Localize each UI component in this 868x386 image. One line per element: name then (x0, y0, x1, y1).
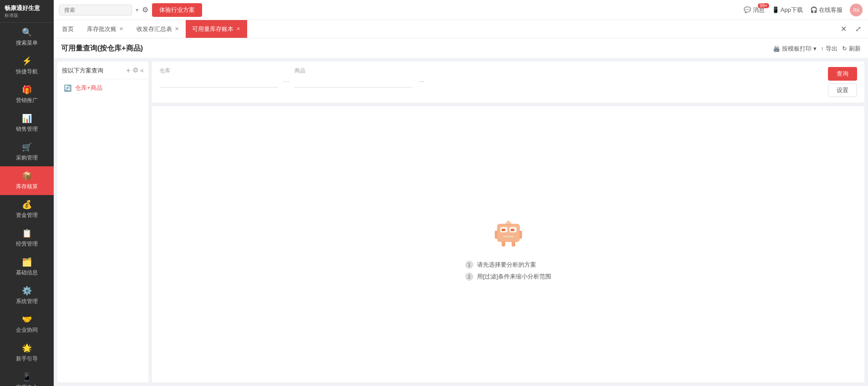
close-tab-button[interactable]: ✕ (837, 23, 850, 36)
basic-icon: 🗂️ (22, 257, 32, 267)
svg-rect-6 (495, 231, 497, 239)
phone-icon: 📱 (772, 6, 779, 13)
print-button[interactable]: 🖨️ 按模板打印 ▾ (773, 45, 817, 53)
content-body: 按以下方案查询 + ⚙ « 🔄 仓库+商品 仓库 (57, 62, 864, 382)
svg-rect-3 (502, 229, 505, 231)
tabs-actions: ✕ ⤢ (837, 23, 868, 36)
tip-text-1: 请先选择要分析的方案 (477, 261, 536, 269)
export-button[interactable]: ↑ 导出 (821, 45, 838, 53)
maximize-tab-button[interactable]: ⤢ (852, 23, 864, 36)
sidebar-label-finance: 资金管理 (16, 211, 38, 219)
close-tab-inventory-batch-icon[interactable]: ✕ (119, 26, 123, 32)
warehouse-filter: 仓库 (159, 67, 278, 87)
scheme-label-warehouse-goods: 仓库+商品 (75, 84, 102, 92)
print-icon: 🖨️ (773, 45, 780, 52)
tab-home[interactable]: 首页 (56, 20, 81, 38)
sidebar-item-finance[interactable]: 💰 资金管理 (0, 195, 54, 224)
warehouse-input[interactable] (159, 77, 278, 87)
scheme-item-warehouse-goods[interactable]: 🔄 仓库+商品 (57, 79, 148, 97)
tab-inventory-batch[interactable]: 库存批次账✕ (81, 20, 130, 38)
refresh-icon: ↻ (842, 45, 847, 52)
svg-rect-9 (512, 241, 515, 247)
sidebar-item-system[interactable]: ⚙️ 系统管理 (0, 281, 54, 310)
inventory-icon: 📦 (22, 171, 32, 181)
sidebar-item-purchase[interactable]: 🛒 采购管理 (0, 138, 54, 166)
empty-tips: 1 请先选择要分析的方案 2 用[过滤]条件来缩小分析范围 (465, 261, 551, 281)
svg-point-11 (507, 220, 510, 223)
add-scheme-button[interactable]: + (126, 66, 131, 75)
shortcut-icon: ⚡ (22, 56, 32, 66)
tab-collect-summary[interactable]: 收发存汇总表✕ (130, 20, 186, 38)
sidebar-label-system: 系统管理 (16, 298, 38, 305)
main-area: ▾ ⚙ 体验行业方案 💬 消息 99+ 📱 App下载 🎧 在线客服 Rit 首… (54, 0, 868, 386)
search-input[interactable] (59, 5, 132, 15)
sidebar-label-inventory: 库存核算 (16, 183, 38, 190)
notifications-badge: 99+ (758, 3, 769, 8)
onboarding-icon: 🌟 (22, 343, 32, 353)
export-icon: ↑ (821, 45, 824, 52)
operations-icon: 📋 (22, 228, 32, 238)
page-content: 可用量查询(按仓库+商品) 🖨️ 按模板打印 ▾ ↑ 导出 ↻ 刷新 (54, 38, 868, 386)
sidebar-item-onboarding[interactable]: 🌟 新手引导 (0, 339, 54, 367)
tab-label-inventory-batch: 库存批次账 (87, 25, 117, 33)
tab-available-stock[interactable]: 可用量库存账本✕ (186, 20, 247, 38)
sidebar-label-shortcut: 快捷导航 (16, 68, 38, 76)
tab-label-available-stock: 可用量库存账本 (192, 25, 233, 33)
config-scheme-button[interactable]: ⚙ (132, 66, 138, 75)
industry-button[interactable]: 体验行业方案 (152, 3, 202, 17)
sidebar-item-sales[interactable]: 📊 销售管理 (0, 109, 54, 138)
empty-illustration (486, 208, 531, 253)
svg-rect-5 (503, 236, 514, 237)
goods-input[interactable] (294, 77, 413, 87)
system-icon: ⚙️ (22, 286, 32, 296)
refresh-button[interactable]: ↻ 刷新 (842, 45, 861, 53)
right-panel: 仓库 ··· 商品 ··· 查询 设置 (152, 62, 864, 382)
scheme-panel-title: 按以下方案查询 (62, 67, 103, 75)
sidebar-item-operations[interactable]: 📋 经营管理 (0, 224, 54, 252)
svg-rect-0 (497, 224, 520, 242)
svg-rect-7 (519, 231, 522, 239)
page-header-actions: 🖨️ 按模板打印 ▾ ↑ 导出 ↻ 刷新 (773, 45, 861, 53)
sidebar-item-marketing-promo[interactable]: 🎁 营销推广 (0, 80, 54, 109)
sidebar-item-apps[interactable]: 📱 应用中心 (0, 367, 54, 386)
app-download-button[interactable]: 📱 App下载 (772, 6, 803, 14)
sidebar-label-operations: 经营管理 (16, 240, 38, 248)
dropdown-chevron-icon[interactable]: ▾ (136, 7, 138, 13)
goods-more-icon[interactable]: ··· (418, 77, 424, 87)
sidebar-item-cooperation[interactable]: 🤝 企业协同 (0, 310, 54, 339)
collapse-scheme-button[interactable]: « (140, 66, 144, 75)
app-name: 畅康通好生意 (5, 5, 49, 12)
search-icon: 🔍 (22, 27, 32, 37)
settings-icon[interactable]: ⚙ (142, 5, 148, 14)
sidebar-item-basic[interactable]: 🗂️ 基础信息 (0, 252, 54, 281)
app-version: 标准版 (5, 12, 49, 19)
empty-tip-1: 1 请先选择要分析的方案 (465, 261, 551, 269)
sidebar-item-search[interactable]: 🔍 搜索菜单 (0, 23, 54, 51)
notifications-button[interactable]: 💬 消息 99+ (744, 6, 765, 14)
warehouse-more-icon[interactable]: ··· (283, 77, 289, 87)
sidebar-item-shortcut[interactable]: ⚡ 快捷导航 (0, 51, 54, 80)
warehouse-label: 仓库 (159, 67, 278, 75)
goods-label: 商品 (294, 67, 413, 75)
sidebar-label-sales: 销售管理 (16, 125, 38, 133)
finance-icon: 💰 (22, 200, 32, 210)
sidebar-label-cooperation: 企业协同 (16, 326, 38, 334)
sidebar-label-onboarding: 新手引导 (16, 355, 38, 363)
filter-settings-button[interactable]: 设置 (828, 83, 857, 97)
customer-service-button[interactable]: 🎧 在线客服 (810, 6, 843, 14)
tip-text-2: 用[过滤]条件来缩小分析范围 (477, 273, 551, 281)
close-tab-available-stock-icon[interactable]: ✕ (236, 26, 240, 32)
query-button[interactable]: 查询 (828, 67, 857, 81)
sidebar-item-inventory[interactable]: 📦 库存核算 (0, 166, 54, 195)
avatar[interactable]: Rit (850, 4, 863, 16)
cooperation-icon: 🤝 (22, 314, 32, 324)
purchase-icon: 🛒 (22, 142, 32, 152)
empty-tip-2: 2 用[过滤]条件来缩小分析范围 (465, 273, 551, 281)
page-title: 可用量查询(按仓库+商品) (61, 44, 143, 53)
page-header: 可用量查询(按仓库+商品) 🖨️ 按模板打印 ▾ ↑ 导出 ↻ 刷新 (54, 38, 868, 58)
bell-icon: 💬 (744, 6, 751, 13)
tip-number-1: 1 (465, 261, 473, 269)
close-tab-collect-summary-icon[interactable]: ✕ (175, 26, 179, 32)
print-chevron-icon: ▾ (813, 45, 817, 52)
scheme-panel-actions: + ⚙ « (126, 66, 144, 75)
